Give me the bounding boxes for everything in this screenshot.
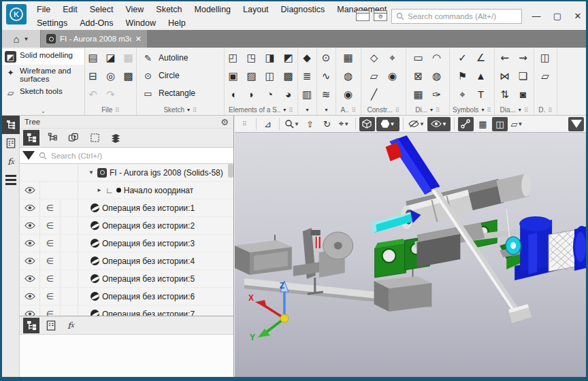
spread-icon[interactable]: ⇅ bbox=[497, 86, 512, 103]
fx-tab-icon[interactable]: fx bbox=[63, 318, 79, 333]
include-toggle[interactable]: ∈ bbox=[40, 235, 61, 252]
mirror-icon[interactable]: ◍ bbox=[340, 67, 356, 84]
viewport-3d[interactable]: Z X Y bbox=[235, 133, 586, 377]
undo-icon[interactable]: ↶ bbox=[85, 86, 101, 103]
selection-area-icon[interactable] bbox=[86, 130, 103, 146]
grip-icon[interactable]: ⠿ bbox=[548, 107, 553, 114]
extrude-icon[interactable]: ◰ bbox=[225, 49, 241, 66]
menu-item[interactable]: Select bbox=[84, 3, 120, 16]
visibility-toggle[interactable] bbox=[20, 270, 40, 287]
parameters-table-icon[interactable]: ▦ bbox=[475, 117, 491, 131]
roundness-icon[interactable]: ◍ bbox=[429, 67, 444, 84]
hole-icon[interactable]: ◕ bbox=[280, 86, 296, 103]
plane-icon[interactable]: ▱ bbox=[366, 67, 382, 84]
copy-properties-icon[interactable]: ❏ bbox=[515, 67, 531, 84]
rotate-component-icon[interactable]: ↻ bbox=[319, 117, 335, 131]
home-button[interactable]: ⌂ ▼ bbox=[2, 30, 40, 48]
visibility-toggle[interactable] bbox=[20, 305, 40, 316]
save-as-icon[interactable]: ▩ bbox=[120, 67, 136, 84]
base-icon[interactable]: ▲ bbox=[473, 67, 489, 84]
preview-icon[interactable]: ◎ bbox=[103, 67, 118, 84]
filter-icon[interactable] bbox=[568, 117, 584, 131]
zoom-area-icon[interactable]: ▼ bbox=[283, 117, 301, 131]
plane-offset-icon[interactable]: ◇ bbox=[366, 49, 382, 66]
rectangle-tool[interactable]: ▭ Rectangle bbox=[137, 84, 224, 102]
cut-icon[interactable]: ▨ bbox=[244, 67, 259, 84]
mode-solid-modelling[interactable]: ◩ Solid modelling bbox=[2, 49, 84, 65]
scene-settings-icon[interactable]: ◫ bbox=[492, 117, 508, 131]
menu-item[interactable]: Window bbox=[120, 17, 162, 29]
chevron-down-icon[interactable]: ▾ bbox=[325, 107, 327, 113]
caret-collapsed-icon[interactable]: ► bbox=[96, 187, 103, 193]
axis-icon[interactable]: ╱ bbox=[366, 86, 382, 103]
autoline-tool[interactable]: ✎ Autoline bbox=[137, 49, 224, 67]
grip-icon[interactable]: ⠿ bbox=[436, 107, 440, 114]
chamfer-icon[interactable]: ◗ bbox=[244, 86, 259, 103]
tree-operation-row[interactable]: ∈ Операция без истории:5 bbox=[20, 270, 233, 288]
fx-panel-icon[interactable]: fx bbox=[2, 152, 20, 171]
show-objects-icon[interactable]: ▼ bbox=[427, 117, 451, 131]
include-toggle[interactable]: ∈ bbox=[40, 270, 61, 287]
tree-root-row[interactable]: ▼ FI - Aurora igs 2008 (Solids-58) bbox=[20, 164, 233, 182]
coordinate-system-icon[interactable]: ⌖▼ bbox=[336, 117, 352, 131]
draft-icon[interactable]: ◔ bbox=[262, 86, 278, 103]
chevron-down-icon[interactable]: ▾ bbox=[283, 107, 286, 113]
include-toggle[interactable]: ∈ bbox=[40, 199, 61, 216]
tree-operation-row[interactable]: ∈ Операция без истории:2 bbox=[20, 217, 233, 235]
tree-scrollbar[interactable] bbox=[228, 164, 233, 178]
menu-item[interactable]: Diagnostics bbox=[275, 3, 331, 16]
layers-icon[interactable] bbox=[108, 130, 124, 146]
cross-dim-icon[interactable]: ⊠ bbox=[410, 67, 426, 84]
measure-curve-icon[interactable]: ⇜ bbox=[497, 49, 512, 66]
grip-icon[interactable]: ⠿ bbox=[289, 107, 293, 114]
chevron-down-icon[interactable]: ▾ bbox=[306, 107, 308, 113]
visibility-toggle[interactable] bbox=[20, 235, 40, 252]
components-icon[interactable] bbox=[65, 130, 82, 146]
arc-dim-icon[interactable]: ◠ bbox=[429, 49, 444, 66]
sketch-mode-icon[interactable]: ⊿ bbox=[260, 117, 276, 131]
include-toggle[interactable]: ∈ bbox=[40, 288, 61, 305]
boss-icon[interactable]: ▣ bbox=[225, 67, 241, 84]
collapse-chevron-icon[interactable]: ⌄ bbox=[2, 107, 84, 114]
window-settings-icon[interactable]: ⚙ bbox=[374, 10, 387, 21]
local-cs-icon[interactable]: ⌖ bbox=[385, 49, 400, 66]
tree-panel-icon[interactable] bbox=[2, 116, 20, 134]
menu-item[interactable]: View bbox=[119, 3, 150, 16]
tree-operation-row[interactable]: ∈ Операция без истории:7 bbox=[20, 305, 233, 316]
mass-icon[interactable]: ◙ bbox=[515, 86, 531, 103]
visibility-toggle[interactable] bbox=[20, 217, 40, 234]
rib-icon[interactable]: ▩ bbox=[280, 67, 296, 84]
minimize-button[interactable]: — bbox=[527, 8, 545, 23]
visibility-toggle[interactable] bbox=[20, 199, 40, 216]
hand-dim-icon[interactable]: ✑ bbox=[429, 86, 444, 103]
tab-close-icon[interactable]: ✕ bbox=[135, 35, 142, 44]
circle-tool[interactable]: ⊙ Circle bbox=[137, 67, 224, 84]
clipboard-icon[interactable]: ▱▼ bbox=[509, 117, 525, 131]
deviation-icon[interactable]: ⇝ bbox=[515, 49, 531, 66]
menu-item[interactable]: Edit bbox=[56, 3, 84, 16]
menu-item[interactable]: File bbox=[31, 3, 56, 16]
gear-icon[interactable]: ⚙ bbox=[220, 117, 229, 127]
document-tab[interactable]: FI - Aurora 2008 m3d... ✕ bbox=[41, 30, 147, 48]
collision-icon[interactable]: ⋈ bbox=[497, 67, 512, 84]
redo-icon[interactable]: ↷ bbox=[103, 86, 118, 103]
chevron-down-icon[interactable]: ▾ bbox=[430, 107, 433, 113]
tree-origin-row[interactable]: ► ∟ Начало координат bbox=[20, 182, 233, 199]
fence-icon[interactable]: ≣ bbox=[299, 67, 315, 84]
menu-item[interactable]: Modelling bbox=[189, 3, 238, 16]
properties-tab-icon[interactable] bbox=[43, 318, 59, 333]
fillet-icon[interactable]: ◖ bbox=[225, 86, 241, 103]
roughness-icon[interactable]: ✓ bbox=[455, 49, 470, 66]
grip-icon[interactable]: ⠿ bbox=[487, 107, 491, 114]
grip-icon[interactable]: ⠿ bbox=[352, 107, 357, 114]
tree-search-input[interactable]: Search (Ctrl+/) bbox=[51, 152, 102, 160]
visibility-toggle[interactable] bbox=[20, 182, 40, 199]
tree-operation-row[interactable]: ∈ Операция без истории:6 bbox=[20, 288, 233, 305]
table-dim-icon[interactable]: ▦ bbox=[410, 86, 426, 103]
grip-icon[interactable]: ⠿ bbox=[193, 107, 197, 114]
menu-panel-icon[interactable] bbox=[2, 171, 20, 189]
control-point-icon[interactable]: ◉ bbox=[385, 67, 400, 84]
command-search-input[interactable]: Search commands (Alt+/) bbox=[391, 9, 522, 24]
grip-icon[interactable]: ⠿ bbox=[237, 117, 252, 131]
include-toggle[interactable]: ∈ bbox=[40, 305, 61, 316]
